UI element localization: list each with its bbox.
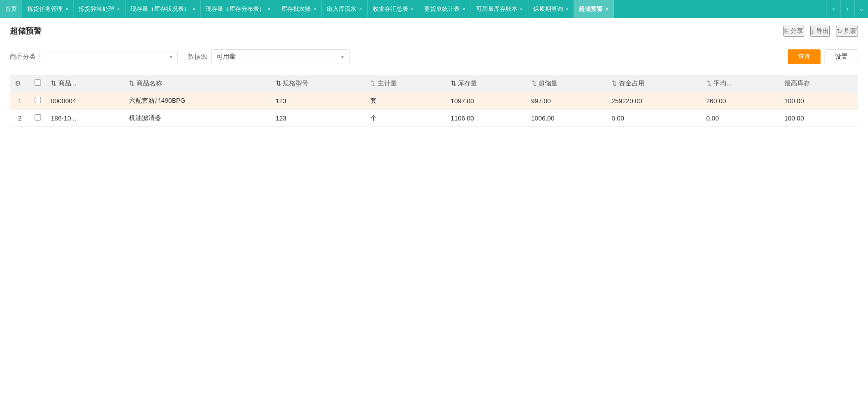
row-product-name: 机油滤清器 bbox=[124, 110, 271, 127]
row-checkbox-cell bbox=[30, 92, 46, 110]
close-icon[interactable]: × bbox=[520, 6, 523, 12]
col-avg: ⇅ 平均... bbox=[701, 75, 780, 92]
sort-icon[interactable]: ⇅ bbox=[129, 79, 134, 87]
row-index: 1 bbox=[10, 92, 30, 110]
sort-icon[interactable]: ⇅ bbox=[531, 79, 537, 87]
nav-overstock[interactable]: 超储预警 × bbox=[574, 0, 613, 18]
row-capital: 259220.00 bbox=[607, 92, 701, 110]
row-capital: 0.00 bbox=[607, 110, 701, 127]
nav-batch-ledger[interactable]: 库存批次账 × bbox=[276, 0, 322, 18]
nav-arrows: ‹ › ⌄ bbox=[826, 0, 868, 18]
header-actions: ⎘ 分享 ↓ 导出 ↻ 刷新 bbox=[783, 26, 859, 37]
settings-button[interactable]: 设置 bbox=[825, 49, 858, 64]
table-row: 2 186-10... 机油滤清器 123 个 1106.00 1006.00 … bbox=[10, 110, 858, 127]
row-unit: 个 bbox=[365, 110, 446, 127]
datasource-value: 可用量 bbox=[217, 52, 236, 61]
nav-stock-status[interactable]: 现存量（库存状况表） × bbox=[126, 0, 201, 18]
category-select[interactable]: ▾ bbox=[40, 51, 178, 63]
nav-stock-dist[interactable]: 现存量（库存分布表） × bbox=[201, 0, 276, 18]
datasource-label: 数据源 bbox=[188, 52, 207, 61]
nav-home[interactable]: 首页 bbox=[0, 0, 22, 18]
sort-icon[interactable]: ⇅ bbox=[51, 79, 56, 87]
close-icon[interactable]: × bbox=[565, 6, 568, 12]
page-title: 超储预警 bbox=[10, 26, 42, 37]
close-icon[interactable]: × bbox=[192, 6, 195, 12]
table-row: 1 0000004 六配套新昌490BPG 123 套 1097.00 997.… bbox=[10, 92, 858, 110]
row-max-stock: 100.00 bbox=[780, 92, 858, 110]
row-product-code: 186-10... bbox=[46, 110, 124, 127]
nav-receipt-summary[interactable]: 收发存汇总表 × bbox=[368, 0, 419, 18]
chevron-down-icon: ▾ bbox=[341, 54, 344, 60]
close-icon[interactable]: × bbox=[359, 6, 362, 12]
nav-order-stats[interactable]: 要货单统计表 × bbox=[419, 0, 471, 18]
refresh-icon: ↻ bbox=[837, 28, 842, 35]
row-checkbox[interactable] bbox=[35, 114, 41, 120]
row-avg: 260.00 bbox=[701, 92, 780, 110]
col-spec: ⇅ 规格型号 bbox=[271, 75, 366, 92]
table-settings-header: ⚙ bbox=[10, 75, 30, 92]
row-index: 2 bbox=[10, 110, 30, 127]
row-avg: 0.00 bbox=[701, 110, 780, 127]
col-product-name: ⇅ 商品名称 bbox=[124, 75, 271, 92]
close-icon[interactable]: × bbox=[462, 6, 465, 12]
data-table: ⚙ ⇅ 商品... ⇅ 商品名称 ⇅ 规格型号 ⇅ bbox=[10, 75, 858, 127]
nav-next-arrow[interactable]: › bbox=[840, 0, 854, 18]
row-spec: 123 bbox=[271, 110, 366, 127]
table-header-row: ⚙ ⇅ 商品... ⇅ 商品名称 ⇅ 规格型号 ⇅ bbox=[10, 75, 858, 92]
sort-icon[interactable]: ⇅ bbox=[706, 79, 712, 87]
chevron-down-icon: ▾ bbox=[170, 54, 173, 60]
row-product-code: 0000004 bbox=[46, 92, 124, 110]
row-product-name: 六配套新昌490BPG bbox=[124, 92, 271, 110]
col-max-stock: 最高库存 bbox=[780, 75, 858, 92]
nav-expiry[interactable]: 保质期查询 × bbox=[528, 0, 574, 18]
category-label: 商品分类 bbox=[10, 52, 36, 61]
close-icon[interactable]: × bbox=[605, 6, 608, 12]
close-icon[interactable]: × bbox=[411, 6, 414, 12]
sort-icon[interactable]: ⇅ bbox=[276, 79, 281, 87]
filter-row: 商品分类 ▾ 数据源 可用量 ▾ 查询 设置 bbox=[10, 44, 858, 69]
sort-icon[interactable]: ⇅ bbox=[370, 79, 376, 87]
nav-usable-ledger[interactable]: 可用量库存账本 × bbox=[471, 0, 528, 18]
col-product-code: ⇅ 商品... bbox=[46, 75, 124, 92]
refresh-button[interactable]: ↻ 刷新 bbox=[836, 26, 858, 37]
nav-prev-arrow[interactable]: ‹ bbox=[826, 0, 840, 18]
top-nav: 首页 拣货任务管理 × 拣货异常处理 × 现存量（库存状况表） × 现存量（库存… bbox=[0, 0, 868, 18]
query-button[interactable]: 查询 bbox=[788, 49, 821, 64]
close-icon[interactable]: × bbox=[267, 6, 270, 12]
row-unit: 套 bbox=[365, 92, 446, 110]
page-content: 超储预警 ⎘ 分享 ↓ 导出 ↻ 刷新 商品分类 ▾ 数据源 bbox=[0, 18, 868, 395]
table-checkbox-header bbox=[30, 75, 46, 92]
datasource-filter: 数据源 可用量 ▾ bbox=[188, 49, 349, 64]
sort-icon[interactable]: ⇅ bbox=[611, 79, 617, 87]
nav-exception[interactable]: 拣货异常处理 × bbox=[74, 0, 125, 18]
row-checkbox[interactable] bbox=[35, 97, 41, 103]
select-all-checkbox[interactable] bbox=[35, 79, 41, 86]
filter-actions: 查询 设置 bbox=[788, 49, 858, 64]
col-unit: ⇅ 主计量 bbox=[365, 75, 446, 92]
sort-icon[interactable]: ⇅ bbox=[451, 79, 456, 87]
export-button[interactable]: ↓ 导出 bbox=[810, 26, 830, 37]
row-over-stock: 1006.00 bbox=[526, 110, 607, 127]
close-icon[interactable]: × bbox=[65, 6, 68, 12]
row-over-stock: 997.00 bbox=[526, 92, 607, 110]
datasource-select[interactable]: 可用量 ▾ bbox=[211, 49, 349, 64]
nav-menu-arrow[interactable]: ⌄ bbox=[854, 0, 868, 18]
category-filter: 商品分类 ▾ bbox=[10, 51, 178, 63]
row-checkbox-cell bbox=[30, 110, 46, 127]
row-stock: 1106.00 bbox=[446, 110, 526, 127]
close-icon[interactable]: × bbox=[313, 6, 316, 12]
col-over-stock: ⇅ 超储量 bbox=[526, 75, 607, 92]
share-button[interactable]: ⎘ 分享 bbox=[783, 26, 804, 37]
share-icon: ⎘ bbox=[784, 28, 788, 35]
export-icon: ↓ bbox=[811, 28, 815, 35]
page-header: 超储预警 ⎘ 分享 ↓ 导出 ↻ 刷新 bbox=[10, 26, 858, 37]
row-stock: 1097.00 bbox=[446, 92, 526, 110]
gear-icon[interactable]: ⚙ bbox=[15, 79, 21, 87]
row-max-stock: 100.00 bbox=[780, 110, 858, 127]
col-capital: ⇅ 资金占用 bbox=[607, 75, 701, 92]
row-spec: 123 bbox=[271, 92, 366, 110]
nav-flow[interactable]: 出入库流水 × bbox=[322, 0, 367, 18]
close-icon[interactable]: × bbox=[117, 6, 120, 12]
col-stock: ⇅ 库存量 bbox=[446, 75, 526, 92]
nav-task-mgmt[interactable]: 拣货任务管理 × bbox=[22, 0, 74, 18]
